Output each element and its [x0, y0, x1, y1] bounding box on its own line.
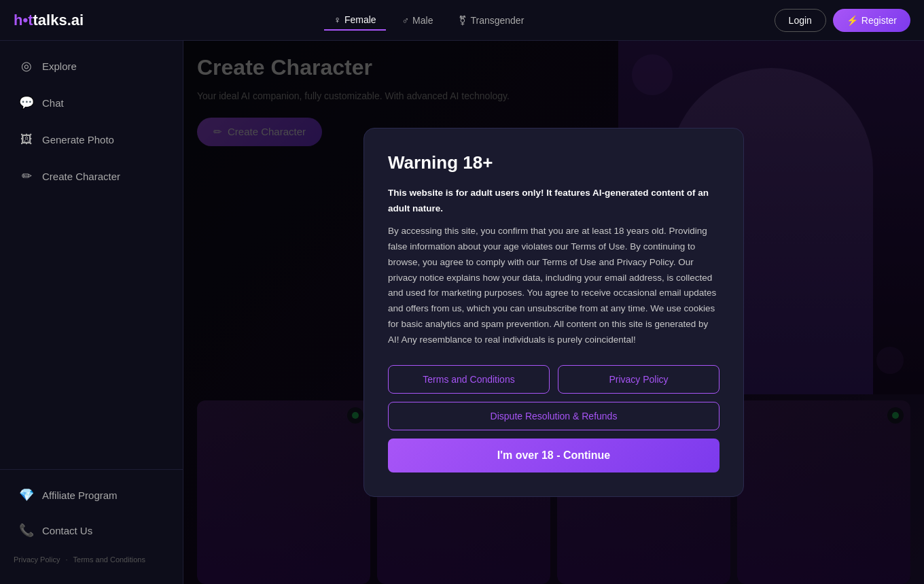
login-button[interactable]: Login: [775, 9, 826, 32]
female-label: Female: [344, 14, 376, 25]
sidebar-contact-label: Contact Us: [42, 525, 92, 536]
modal-title: Warning 18+: [388, 152, 719, 173]
logo-talks: talks.ai: [33, 12, 84, 29]
affiliate-icon: 💎: [19, 487, 34, 502]
tab-female[interactable]: ♀ Female: [324, 10, 385, 31]
contact-icon: 📞: [19, 523, 34, 538]
modal-overlay: Warning 18+ This website is for adult us…: [183, 41, 924, 584]
register-icon: ⚡: [847, 15, 858, 26]
sidebar-item-explore[interactable]: ◎ Explore: [5, 49, 177, 83]
terms-button[interactable]: Terms and Conditions: [388, 365, 550, 394]
sidebar-explore-label: Explore: [42, 61, 77, 72]
main-content: Create Character Your ideal AI companion…: [183, 41, 924, 584]
male-label: Male: [412, 15, 433, 26]
terms-link[interactable]: Terms and Conditions: [73, 555, 145, 564]
sidebar-item-chat[interactable]: 💬 Chat: [5, 86, 177, 120]
register-button[interactable]: ⚡ Register: [833, 9, 910, 32]
sidebar-affiliate-label: Affiliate Program: [42, 489, 118, 501]
logo[interactable]: h•ttalks.ai: [14, 12, 84, 29]
sidebar-create-label: Create Character: [42, 171, 120, 182]
gender-tabs: ♀ Female ♂ Male ⚧ Transgender: [324, 10, 533, 31]
sidebar-item-affiliate[interactable]: 💎 Affiliate Program: [5, 478, 177, 512]
header: h•ttalks.ai ♀ Female ♂ Male ⚧ Transgende…: [0, 0, 924, 41]
modal-policy-buttons: Terms and Conditions Privacy Policy: [388, 365, 719, 394]
sidebar-item-contact[interactable]: 📞 Contact Us: [5, 513, 177, 547]
chat-icon: 💬: [19, 95, 34, 110]
header-auth-buttons: Login ⚡ Register: [775, 9, 910, 32]
transgender-label: Transgender: [470, 15, 524, 26]
generate-photo-icon: 🖼: [19, 132, 34, 147]
confirm-age-button[interactable]: I'm over 18 - Continue: [388, 439, 719, 473]
sidebar-item-create-character[interactable]: ✏ Create Character: [5, 159, 177, 193]
sidebar-item-generate-photo[interactable]: 🖼 Generate Photo: [5, 122, 177, 156]
modal-extended-text: By accessing this site, you confirm that…: [388, 224, 719, 349]
transgender-icon: ⚧: [459, 15, 467, 26]
modal-body: This website is for adult users only! It…: [388, 186, 719, 348]
privacy-policy-link[interactable]: Privacy Policy: [14, 555, 60, 564]
sidebar-footer: 💎 Affiliate Program 📞 Contact Us Privacy…: [0, 469, 183, 577]
sidebar-chat-label: Chat: [42, 97, 64, 109]
explore-icon: ◎: [19, 58, 34, 73]
female-icon: ♀: [334, 14, 341, 25]
age-warning-modal: Warning 18+ This website is for adult us…: [363, 128, 744, 497]
register-label: Register: [861, 15, 897, 26]
layout: ◎ Explore 💬 Chat 🖼 Generate Photo ✏ Crea…: [0, 41, 924, 584]
male-icon: ♂: [402, 15, 410, 26]
tab-transgender[interactable]: ⚧ Transgender: [449, 11, 533, 30]
logo-hot: h•t: [14, 12, 33, 29]
dispute-button[interactable]: Dispute Resolution & Refunds: [388, 402, 719, 430]
create-character-icon: ✏: [19, 169, 34, 184]
privacy-button[interactable]: Privacy Policy: [558, 365, 719, 394]
sidebar-generate-label: Generate Photo: [42, 134, 114, 145]
tab-male[interactable]: ♂ Male: [393, 11, 443, 30]
sidebar: ◎ Explore 💬 Chat 🖼 Generate Photo ✏ Crea…: [0, 41, 183, 584]
footer-separator: ·: [65, 555, 67, 564]
sidebar-footer-links: Privacy Policy · Terms and Conditions: [0, 549, 183, 570]
modal-subtitle: This website is for adult users only! It…: [388, 186, 719, 217]
